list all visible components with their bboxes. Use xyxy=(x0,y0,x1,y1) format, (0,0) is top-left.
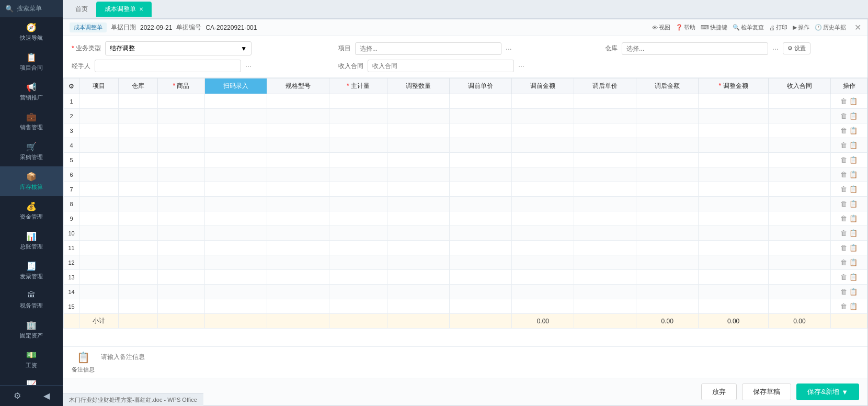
cell-adjust-amount[interactable] xyxy=(699,226,769,241)
cell-after-price[interactable] xyxy=(574,197,636,211)
cell-after-price[interactable] xyxy=(574,270,636,285)
sidebar-search-button[interactable]: 🔍 搜索菜单 xyxy=(0,0,63,17)
cell-income-contract[interactable] xyxy=(768,153,830,167)
cell-prev-amount[interactable] xyxy=(512,167,574,182)
cell-product[interactable] xyxy=(158,299,205,314)
cell-after-price[interactable] xyxy=(574,241,636,255)
save-new-button[interactable]: 保存&新增 ▼ xyxy=(796,384,859,400)
sidebar-item-inventory[interactable]: 📦库存核算 xyxy=(0,166,63,196)
income-contract-input[interactable] xyxy=(368,60,514,72)
cell-unit[interactable] xyxy=(329,270,387,285)
cell-qty[interactable] xyxy=(387,182,450,197)
cell-unit[interactable] xyxy=(329,138,387,153)
cell-spec[interactable] xyxy=(267,167,329,182)
cell-project[interactable] xyxy=(79,153,119,167)
project-input[interactable] xyxy=(355,42,501,55)
cell-warehouse[interactable] xyxy=(119,138,158,153)
cell-spec[interactable] xyxy=(267,285,329,299)
cell-prev-price[interactable] xyxy=(450,226,512,241)
cell-adjust-amount[interactable] xyxy=(699,270,769,285)
toolbar-action-shortcut[interactable]: ⌨快捷键 xyxy=(701,24,727,31)
copy-icon[interactable]: 📋 xyxy=(849,288,858,296)
copy-icon[interactable]: 📋 xyxy=(849,229,858,237)
cell-warehouse[interactable] xyxy=(119,123,158,138)
toolbar-action-review[interactable]: 🔍检单复查 xyxy=(733,24,764,31)
cell-product[interactable] xyxy=(158,182,205,197)
cell-product[interactable] xyxy=(158,197,205,211)
cell-spec[interactable] xyxy=(267,138,329,153)
delete-icon[interactable]: 🗑 xyxy=(840,127,847,134)
cell-project[interactable] xyxy=(79,285,119,299)
cell-after-amount[interactable] xyxy=(636,226,699,241)
delete-icon[interactable]: 🗑 xyxy=(840,273,847,281)
cell-scan-input[interactable] xyxy=(204,167,267,182)
income-contract-dots-icon[interactable]: ··· xyxy=(518,62,524,70)
cell-income-contract[interactable] xyxy=(768,255,830,270)
cell-after-price[interactable] xyxy=(574,182,636,197)
cell-project[interactable] xyxy=(79,255,119,270)
cell-prev-price[interactable] xyxy=(450,182,512,197)
delete-icon[interactable]: 🗑 xyxy=(840,302,847,310)
cell-project[interactable] xyxy=(79,299,119,314)
cell-product[interactable] xyxy=(158,255,205,270)
sidebar-item-finance[interactable]: 💰资金管理 xyxy=(0,196,63,226)
cell-unit[interactable] xyxy=(329,167,387,182)
cell-after-price[interactable] xyxy=(574,226,636,241)
sidebar-item-operations[interactable]: 📈经营管理 xyxy=(0,375,63,385)
cell-qty[interactable] xyxy=(387,197,450,211)
cell-adjust-amount[interactable] xyxy=(699,299,769,314)
copy-icon[interactable]: 📋 xyxy=(849,215,858,222)
agent-input[interactable] xyxy=(95,60,241,72)
cell-after-price[interactable] xyxy=(574,123,636,138)
business-type-dropdown[interactable]: 结存调整 ▼ xyxy=(105,41,252,55)
toolbar-action-history[interactable]: 🕐历史单据 xyxy=(815,24,846,31)
cell-warehouse[interactable] xyxy=(119,241,158,255)
save-draft-button[interactable]: 保存草稿 xyxy=(742,384,791,400)
copy-icon[interactable]: 📋 xyxy=(849,141,858,149)
cell-prev-amount[interactable] xyxy=(512,299,574,314)
cell-after-amount[interactable] xyxy=(636,182,699,197)
cell-qty[interactable] xyxy=(387,211,450,226)
cell-spec[interactable] xyxy=(267,255,329,270)
cell-spec[interactable] xyxy=(267,153,329,167)
cell-product[interactable] xyxy=(158,109,205,123)
cell-unit[interactable] xyxy=(329,123,387,138)
cell-scan-input[interactable] xyxy=(204,270,267,285)
delete-icon[interactable]: 🗑 xyxy=(840,229,847,237)
cell-project[interactable] xyxy=(79,109,119,123)
copy-icon[interactable]: 📋 xyxy=(849,156,858,164)
cell-spec[interactable] xyxy=(267,109,329,123)
cell-unit[interactable] xyxy=(329,299,387,314)
cell-spec[interactable] xyxy=(267,197,329,211)
cell-warehouse[interactable] xyxy=(119,299,158,314)
cell-after-price[interactable] xyxy=(574,299,636,314)
cell-warehouse[interactable] xyxy=(119,182,158,197)
cell-unit[interactable] xyxy=(329,226,387,241)
abandon-button[interactable]: 放弃 xyxy=(701,384,737,400)
tab-close-cost-adjust[interactable]: ✕ xyxy=(139,6,143,12)
cell-project[interactable] xyxy=(79,241,119,255)
warehouse-dots-icon[interactable]: ··· xyxy=(772,44,779,53)
delete-icon[interactable]: 🗑 xyxy=(840,97,847,105)
copy-icon[interactable]: 📋 xyxy=(849,185,858,193)
cell-prev-price[interactable] xyxy=(450,138,512,153)
cell-income-contract[interactable] xyxy=(768,299,830,314)
cell-scan-input[interactable] xyxy=(204,109,267,123)
cell-after-amount[interactable] xyxy=(636,270,699,285)
delete-icon[interactable]: 🗑 xyxy=(840,258,847,266)
cell-income-contract[interactable] xyxy=(768,197,830,211)
cell-qty[interactable] xyxy=(387,299,450,314)
cell-scan-input[interactable] xyxy=(204,182,267,197)
toolbar-action-print[interactable]: 🖨打印 xyxy=(769,24,787,31)
copy-icon[interactable]: 📋 xyxy=(849,258,858,266)
remarks-input[interactable] xyxy=(101,351,859,363)
cell-after-amount[interactable] xyxy=(636,299,699,314)
tab-cost-adjust[interactable]: 成本调整单✕ xyxy=(96,2,152,17)
cell-warehouse[interactable] xyxy=(119,153,158,167)
cell-adjust-amount[interactable] xyxy=(699,167,769,182)
tab-home[interactable]: 首页 xyxy=(67,2,96,17)
cell-scan-input[interactable] xyxy=(204,241,267,255)
cell-prev-amount[interactable] xyxy=(512,241,574,255)
cell-spec[interactable] xyxy=(267,123,329,138)
copy-icon[interactable]: 📋 xyxy=(849,200,858,208)
